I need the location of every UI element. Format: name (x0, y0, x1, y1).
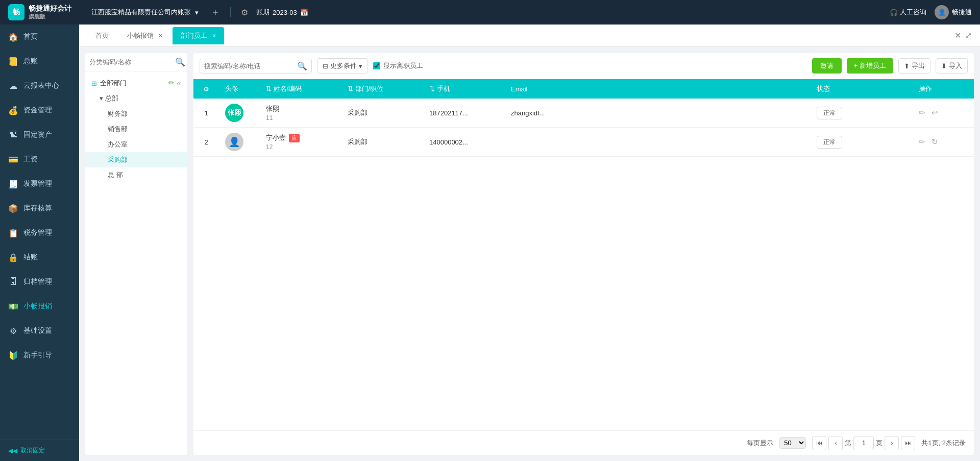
cell-email (505, 128, 811, 157)
tab-bar-right: ✕ ⤢ (954, 31, 972, 40)
last-page-btn[interactable]: ⏭ (901, 436, 915, 450)
filter-btn[interactable]: ⊟ 更多条件 ▾ (317, 58, 368, 74)
tab-dept-emp[interactable]: 部门员工 × (173, 27, 224, 44)
settings-icon: ⚙ (8, 326, 18, 336)
prev-page-btn[interactable]: ‹ (828, 436, 843, 450)
cell-index: 2 (193, 128, 219, 157)
tab-close-icon[interactable]: ✕ (954, 31, 961, 40)
tax-icon: 📋 (8, 228, 18, 238)
user-menu[interactable]: 👤 畅捷通 (935, 5, 972, 19)
page-input[interactable] (853, 436, 874, 450)
all-dept-item[interactable]: ⊞ 全部部门 ✏ « (85, 76, 187, 91)
tab-expense-label: 小畅报销 (127, 31, 154, 40)
service-btn[interactable]: 🎧 人工咨询 (890, 8, 926, 17)
sidebar-item-assets[interactable]: 🏗 固定资产 (0, 123, 79, 147)
sidebar-item-archive[interactable]: 🗄 归档管理 (0, 270, 79, 294)
sidebar-item-invoice[interactable]: 🧾 发票管理 (0, 172, 79, 196)
tab-home[interactable]: 首页 (87, 27, 117, 44)
sidebar-item-expense[interactable]: 💵 小畅报销 (0, 294, 79, 319)
money-icon: 💰 (8, 105, 18, 115)
inventory-icon: 📦 (8, 203, 18, 213)
tabbar: 首页 小畅报销 × 部门员工 × ✕ ⤢ (79, 25, 980, 47)
show-resigned-checkbox[interactable] (373, 62, 380, 69)
tab-expense[interactable]: 小畅报销 × (119, 27, 170, 44)
add-emp-btn[interactable]: + 新增员工 (847, 58, 893, 74)
dept-item-purchase[interactable]: 采购部 (85, 152, 187, 167)
expense-icon: 💵 (8, 301, 18, 311)
topbar: 畅 畅捷通好会计 旗舰版 江西服宝精品有限责任公司内账张 ▾ ＋ ⚙ 账期 20… (0, 0, 980, 25)
dept-item-headquarters[interactable]: ▾ 总部 (85, 91, 187, 106)
tab-dept-emp-close[interactable]: × (212, 32, 216, 39)
col-settings[interactable]: ⚙ (193, 79, 219, 99)
export-label: 导出 (912, 61, 925, 70)
edit-dept-icon[interactable]: ✏ (168, 79, 175, 88)
sidebar-item-ledger[interactable]: 📒 总账 (0, 49, 79, 74)
cell-name-code: 宁小壹应12 (260, 128, 341, 157)
company-selector[interactable]: 江西服宝精品有限责任公司内账张 ▾ (91, 8, 199, 17)
sidebar-item-closeaccount[interactable]: 🔒 结账 (0, 245, 79, 270)
dept-item-finance[interactable]: 财务部 (85, 106, 187, 122)
add-icon[interactable]: ＋ (211, 6, 220, 18)
sidebar-item-home[interactable]: 🏠 首页 (0, 25, 79, 49)
company-name: 江西服宝精品有限责任公司内账张 (91, 8, 191, 17)
sidebar-item-salary[interactable]: 💳 工资 (0, 147, 79, 172)
dept-item-general[interactable]: 总 部 (85, 167, 187, 183)
edit-icon[interactable]: ✏ (919, 108, 925, 117)
emp-search-input[interactable] (204, 62, 294, 70)
dept-item-office[interactable]: 办公室 (85, 137, 187, 152)
tab-expense-close[interactable]: × (159, 32, 162, 39)
page-size-dropdown[interactable]: 50 20 100 (779, 437, 806, 449)
table-row: 1张熙张熙11采购部187202117...zhangxidf...正常✏↩ (193, 99, 974, 128)
topbar-right: 🎧 人工咨询 👤 畅捷通 (890, 5, 972, 19)
tab-dept-emp-label: 部门员工 (181, 31, 207, 40)
import-label: 导入 (949, 61, 962, 70)
refresh-icon[interactable]: ↻ (932, 137, 938, 147)
sidebar-item-tax[interactable]: 📋 税务管理 (0, 221, 79, 245)
app-sub: 旗舰版 (29, 13, 71, 20)
sidebar-item-inventory[interactable]: 📦 库存核算 (0, 196, 79, 221)
sidebar-item-settings[interactable]: ⚙ 基础设置 (0, 319, 79, 343)
show-resigned-text: 显示离职员工 (383, 61, 423, 70)
cell-dept-post: 采购部 (341, 99, 423, 128)
col-email: Email (505, 79, 811, 99)
dept-search-input[interactable] (89, 58, 175, 66)
emp-table: ⚙ 头像 ⇅ 姓名/编码 ⇅ 部门/职位 ⇅ 手机 Email 状态 操作 (193, 79, 974, 430)
col-name-code[interactable]: ⇅ 姓名/编码 (260, 79, 341, 99)
show-resigned-label[interactable]: 显示离职员工 (373, 61, 423, 70)
calendar-icon[interactable]: 📅 (300, 9, 308, 16)
sidebar-label-inventory: 库存核算 (23, 204, 52, 213)
page-size-label: 每页显示 (747, 439, 773, 448)
sidebar-label-guide: 新手引导 (23, 351, 52, 360)
col-dept-post[interactable]: ⇅ 部门/职位 (341, 79, 423, 99)
sidebar-item-guide[interactable]: 🔰 新手引导 (0, 343, 79, 368)
filter-dropdown-icon: ▾ (359, 62, 362, 70)
dept-item-sales[interactable]: 销售部 (85, 122, 187, 137)
settings-icon[interactable]: ⚙ (241, 8, 248, 17)
pagination-controls: ⏮ ‹ 第 页 › ⏭ (812, 436, 915, 450)
sidebar-item-funds[interactable]: 💰 资金管理 (0, 98, 79, 123)
dept-tree: ⊞ 全部部门 ✏ « ▾ 总部 财务部 销售部 办公室 采购部 总 部 (85, 71, 187, 455)
logo-icon: 畅 (8, 4, 24, 20)
home-icon: 🏠 (8, 32, 18, 42)
emp-code: 12 (266, 143, 335, 151)
content-area: 首页 小畅报销 × 部门员工 × ✕ ⤢ 🔍 (79, 25, 980, 461)
import-btn[interactable]: ⬇ 导入 (936, 58, 968, 74)
cell-avatar: 👤 (219, 128, 260, 157)
next-page-btn[interactable]: › (885, 436, 899, 450)
employee-table: ⚙ 头像 ⇅ 姓名/编码 ⇅ 部门/职位 ⇅ 手机 Email 状态 操作 (193, 79, 974, 157)
main-layout: 🏠 首页 📒 总账 ☁ 云报表中心 💰 资金管理 🏗 固定资产 💳 工资 🧾 发… (0, 25, 980, 461)
export-btn[interactable]: ⬆ 导出 (898, 58, 930, 74)
user-name: 畅捷通 (952, 8, 972, 17)
collapse-icon[interactable]: « (177, 79, 181, 88)
edit-icon[interactable]: ✏ (919, 137, 925, 147)
app-logo: 畅 畅捷通好会计 旗舰版 (8, 4, 87, 20)
invite-btn[interactable]: 邀请 (812, 58, 842, 74)
cell-phone: 140000002... (423, 128, 505, 157)
first-page-btn[interactable]: ⏮ (812, 436, 826, 450)
logout-icon[interactable]: ↩ (932, 108, 938, 117)
tab-expand-icon[interactable]: ⤢ (965, 31, 972, 40)
cell-email: zhangxidf... (505, 99, 811, 128)
sidebar-item-reports[interactable]: ☁ 云报表中心 (0, 74, 79, 98)
col-phone[interactable]: ⇅ 手机 (423, 79, 505, 99)
unpin-btn[interactable]: ◀◀ 取消固定 (0, 440, 79, 461)
